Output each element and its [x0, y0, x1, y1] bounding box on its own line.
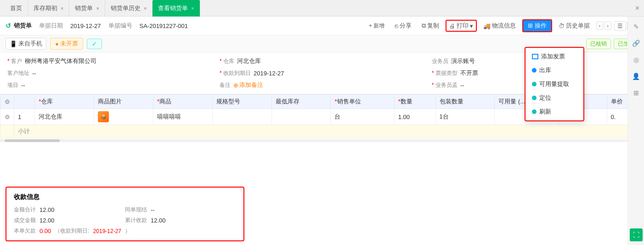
- add-note-button[interactable]: ⊕ 添加备注: [233, 81, 263, 89]
- employee-value: 演示账号: [451, 57, 475, 65]
- total-label: 金额合计: [14, 206, 36, 214]
- col-quantity: *数量: [394, 95, 435, 109]
- payment-due-value: 2019-12-27: [254, 70, 284, 77]
- locate-item[interactable]: 定位: [525, 91, 583, 105]
- sold-badge[interactable]: 已核销: [586, 39, 611, 49]
- project-field: 项目 --: [7, 81, 212, 89]
- tab-bar: 首页 库存期初 × 销货单 × 销货单历史 × 查看销货单 × ×: [0, 0, 644, 17]
- tab-sales-history[interactable]: 销货单历史 ×: [105, 0, 153, 17]
- available-pick-item[interactable]: 可用量提取: [525, 77, 583, 91]
- nav-arrows: ‹ ›: [596, 22, 611, 30]
- col-gear: ⚙: [0, 95, 14, 109]
- plus-icon: ⊕: [233, 82, 238, 89]
- tab-home[interactable]: 首页: [5, 0, 28, 17]
- payment-grid: 金额合计 12.00 同单现结 -- 成交金额 12.00 累计收款 12.00: [14, 206, 236, 235]
- doc-meta: 单据日期 2019-12-27 单据编号 SA-20191227-001: [39, 22, 358, 30]
- col-unit: *销售单位: [331, 95, 394, 109]
- row-gear[interactable]: ⚙: [0, 109, 14, 125]
- date-value: 2019-12-27: [70, 23, 101, 29]
- out-warehouse-icon: [532, 68, 537, 73]
- print-icon: 🖨: [449, 23, 455, 29]
- refresh-icon: [532, 109, 537, 114]
- print-dropdown-arrow: ▾: [470, 23, 473, 29]
- tab-inventory-init-close[interactable]: ×: [61, 6, 63, 11]
- confirmed-badge[interactable]: ✓ 已确认: [87, 39, 102, 49]
- prev-arrow[interactable]: ‹: [596, 22, 604, 30]
- tab-view-sales[interactable]: 查看销货单 ×: [153, 0, 200, 17]
- ticket-type-value: 不开票: [460, 69, 478, 77]
- address-value: --: [32, 70, 36, 77]
- payment-info-box: 收款信息 金额合计 12.00 同单现结 -- 成交金额 12.00 累计收款 …: [6, 187, 244, 241]
- owed-label: 本单欠款: [14, 227, 36, 235]
- total-value: 12.00: [40, 206, 55, 213]
- deal-row: 成交金额 12.00: [14, 217, 125, 224]
- ticket-type-label: 票据类型: [432, 69, 458, 77]
- history-icon: ⏱: [559, 23, 565, 29]
- tab-sales-order[interactable]: 销货单 ×: [69, 0, 105, 17]
- history-button[interactable]: ⏱ 历史单据: [555, 20, 593, 31]
- tab-sales-order-label: 销货单: [75, 4, 93, 12]
- next-arrow[interactable]: ›: [604, 22, 611, 30]
- project-label: 项目: [7, 81, 18, 89]
- sidebar-person-icon[interactable]: 👤: [630, 70, 643, 83]
- tab-view-sales-label: 查看销货单: [158, 4, 188, 12]
- sidebar-link-icon[interactable]: 🔗: [630, 37, 643, 50]
- employee-label: 业务员: [432, 57, 448, 65]
- copy-button[interactable]: ⧉ 复制: [418, 20, 443, 31]
- list-view-btn[interactable]: ☰: [614, 21, 626, 31]
- note-label: 备注: [220, 81, 231, 89]
- tab-sales-history-close[interactable]: ×: [144, 6, 147, 11]
- new-button[interactable]: + 新增: [365, 21, 388, 31]
- window-close-button[interactable]: ×: [635, 4, 639, 12]
- phone-btn[interactable]: 📱 来自手机: [6, 38, 46, 50]
- available-pick-icon: [532, 82, 537, 86]
- main-content: ↺ 销货单 单据日期 2019-12-27 单据编号 SA-20191227-0…: [0, 17, 644, 245]
- logistics-button[interactable]: 🚚 物流信息: [480, 20, 520, 31]
- owed-date: 2019-12-27: [93, 228, 121, 234]
- total-row: 金额合计 12.00: [14, 206, 125, 214]
- sales-icon: ↺: [6, 22, 11, 29]
- same-settle-label: 同单现结: [125, 206, 147, 214]
- address-field: 客户地址 --: [7, 69, 212, 77]
- subtotal-row: 小计: [0, 125, 644, 138]
- number-label: 单据编号: [108, 22, 132, 30]
- tab-inventory-init[interactable]: 库存期初 ×: [28, 0, 69, 17]
- row-image: 📦: [94, 109, 153, 125]
- share-icon: ⎋: [395, 23, 398, 29]
- out-warehouse-item[interactable]: 出库: [525, 63, 583, 77]
- owed-close: ）: [125, 227, 130, 235]
- right-sidebar: ✎ 🔗 ◎ 👤 ⊞ ⛶: [627, 17, 644, 245]
- ops-button[interactable]: ⊞ 操作: [522, 19, 552, 32]
- refresh-item[interactable]: 刷新: [525, 105, 583, 119]
- customer-label: 客户: [7, 57, 22, 65]
- sidebar-expand-icon[interactable]: ⛶: [630, 228, 643, 241]
- invoice-icon: [532, 54, 538, 59]
- horizontal-scrollbar[interactable]: [0, 139, 644, 142]
- date-label: 单据日期: [39, 22, 63, 30]
- share-button[interactable]: ⎋ 分享: [391, 20, 415, 31]
- warehouse-value: 河北仓库: [237, 57, 261, 65]
- col-image: 商品图片: [94, 95, 153, 109]
- tab-sales-order-close[interactable]: ×: [96, 6, 99, 11]
- col-product: *商品: [153, 95, 212, 109]
- col-spec: 规格型号: [212, 95, 271, 109]
- phone-icon: 📱: [10, 40, 17, 47]
- check-icon: ✓: [92, 40, 97, 47]
- owed-row: 本单欠款 0.00 （收款到期日: 2019-12-27 ）: [14, 227, 236, 235]
- scroll-thumb[interactable]: [5, 139, 60, 142]
- tab-view-sales-close[interactable]: ×: [191, 6, 194, 11]
- print-button[interactable]: 🖨 打印 ▾: [446, 20, 477, 32]
- doc-type-title: ↺ 销货单: [6, 22, 32, 30]
- sidebar-grid-icon[interactable]: ⊞: [630, 86, 643, 99]
- cumulative-row: 累计收款 12.00: [125, 217, 236, 224]
- open-ticket-badge[interactable]: ● 未开票: [50, 38, 83, 50]
- add-invoice-item[interactable]: 添加发票: [525, 50, 583, 63]
- row-min-stock: [271, 109, 331, 125]
- sidebar-edit-icon[interactable]: ✎: [630, 20, 643, 33]
- col-min-stock: 最低库存: [271, 95, 331, 109]
- locate-icon: [532, 96, 537, 100]
- deal-label: 成交金额: [14, 217, 36, 224]
- truck-icon: 🚚: [483, 23, 491, 29]
- sidebar-circle-icon[interactable]: ◎: [630, 53, 643, 66]
- col-pack-qty: 包装数量: [435, 95, 495, 109]
